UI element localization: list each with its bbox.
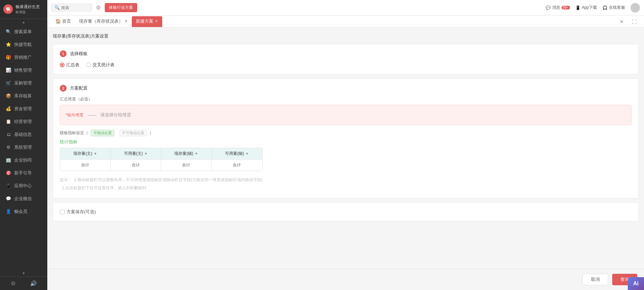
speaker-btn[interactable]: 🔊: [30, 280, 37, 287]
tips-area: 提示： 1.拖动标题栏可以调整布局，不可跨维度或指标区域拖动栏目字段(只能在同一…: [60, 176, 631, 192]
stats-header-cell-2[interactable]: 现存量(辅) ▼: [161, 148, 212, 159]
search-box[interactable]: 🔍: [51, 4, 92, 11]
sidebar-item-label: 基础信息: [14, 131, 32, 138]
save-checkbox[interactable]: [60, 210, 65, 214]
stats-header-cell-1[interactable]: 可用量(主) ▼: [111, 148, 162, 159]
save-option-label: 方案保存(可选): [67, 209, 96, 215]
stats-col-label-1: 可用量(主): [124, 151, 143, 156]
tab-home[interactable]: 🏠 首页: [51, 16, 75, 27]
stats-data-cell-1: 合计: [111, 160, 162, 171]
dimension-placeholder: 请选择分组维度: [100, 112, 131, 118]
window-close-icon[interactable]: ✕: [616, 17, 627, 26]
basic-info-icon: 🗂: [5, 131, 11, 138]
user-avatar[interactable]: [630, 3, 640, 13]
app-download-label: App下载: [582, 5, 597, 10]
tip1-text: 1.拖动标题栏可以调整布局，不可跨维度或指标区域拖动栏目字段(只能在同一维度或指…: [74, 176, 263, 184]
tab-inventory-close-icon[interactable]: ✕: [124, 19, 128, 24]
sidebar-item-label: 企业协同: [14, 157, 32, 163]
quick-nav-icon: ⭐: [5, 42, 11, 48]
sidebar-item-inventory[interactable]: 📦 库存核算: [0, 90, 47, 102]
col-dropdown-icon-3[interactable]: ▼: [245, 152, 249, 155]
step2-badge: 2: [60, 85, 67, 92]
app-download-btn[interactable]: 📱 App下载: [575, 5, 597, 10]
marketing-icon: 🎁: [5, 54, 11, 61]
online-service-btn[interactable]: 🎧 在线客服: [602, 5, 625, 10]
sidebar-item-basic-info[interactable]: 🗂 基础信息: [0, 128, 47, 141]
radio-cross[interactable]: 交叉统计表: [86, 62, 115, 68]
sidebar-item-app-center[interactable]: 📱 应用中心: [0, 179, 47, 192]
sidebar-scroll-down[interactable]: ▼: [0, 270, 47, 276]
stats-header-cell-3[interactable]: 可用量(辅) ▼: [212, 148, 263, 159]
message-badge: 99+: [562, 6, 570, 9]
col-dropdown-icon-0[interactable]: ▼: [94, 152, 97, 155]
sidebar-item-label: 采购管理: [14, 80, 32, 86]
headset-icon: 🎧: [602, 5, 608, 10]
footer: 取消 查询: [47, 269, 644, 290]
step2-title: 方案配置: [70, 85, 88, 91]
tab-home-label: 首页: [62, 18, 71, 24]
search-input[interactable]: [61, 5, 88, 10]
sidebar-item-wechat[interactable]: 💬 企业微信: [0, 192, 47, 205]
topbar-gear-icon[interactable]: ⚙: [96, 4, 101, 11]
tab-inventory-status-label: 现存量（库存状况表）: [79, 18, 123, 24]
sidebar-logo: 畅 畅康通好生意 标准版: [0, 0, 47, 19]
stats-section-label: 统计指标: [60, 139, 631, 145]
draggable-badge: 可拖动位置: [91, 130, 114, 136]
online-service-label: 在线客服: [609, 5, 625, 10]
tip2-text: 2.点击标题栏下拉可设置排序、插入列和删除列: [62, 184, 146, 192]
sidebar-scroll-up[interactable]: ▲: [0, 19, 47, 25]
sidebar-item-label: 新手引导: [14, 170, 32, 176]
dimension-row: *纵向维度 —— 请选择分组维度: [66, 112, 626, 118]
sidebar-item-operations[interactable]: 📋 经营管理: [0, 115, 47, 128]
step1-header: 1 选择模板: [60, 50, 631, 57]
sidebar-item-newbie[interactable]: 🎯 新手引导: [0, 167, 47, 179]
radio-summary[interactable]: 汇总表: [60, 62, 79, 68]
required-star: *纵向维度: [66, 112, 83, 118]
sidebar-item-label: 快捷导航: [14, 42, 32, 48]
cancel-button[interactable]: 取消: [583, 274, 608, 285]
sidebar-item-finance[interactable]: 💰 资金管理: [0, 102, 47, 115]
sidebar-item-enterprise[interactable]: 🏢 企业协同: [0, 154, 47, 167]
sidebar-item-label: 企业微信: [14, 196, 32, 202]
metrics-indicator-label: 模板指标设定（ 可拖动位置 不可拖动位置 ）: [60, 130, 631, 136]
col-dropdown-icon-1[interactable]: ▼: [144, 152, 148, 155]
main-content: 🔍 ⚙ 体验行业方案 💬 消息 99+ 📱 App下载 🎧 在线客服 🏠: [47, 0, 644, 290]
dimension-box[interactable]: *纵向维度 —— 请选择分组维度: [60, 105, 631, 125]
tab-new-scheme-close-icon[interactable]: ✕: [155, 19, 158, 24]
message-icon: 💬: [546, 5, 551, 10]
app-name: 畅康通好生意: [16, 4, 40, 10]
tab-bar: 🏠 首页 现存量（库存状况表） ✕ 新建方案 ✕ ✕ ⛶: [47, 16, 644, 28]
stats-col-label-3: 可用量(辅): [225, 151, 244, 156]
app-logo-icon: 畅: [3, 4, 13, 14]
step1-badge: 1: [60, 50, 67, 57]
save-option-card: 方案保存(可选): [53, 202, 639, 221]
sidebar-item-member[interactable]: 👤 畅会员: [0, 205, 47, 218]
stats-data-cell-3: 合计: [212, 160, 263, 171]
sidebar-item-quick-nav[interactable]: ⭐ 快捷导航: [0, 38, 47, 51]
wechat-icon: 💬: [5, 196, 11, 202]
window-expand-icon[interactable]: ⛶: [628, 17, 640, 26]
sidebar-item-marketing[interactable]: 🎁 营销推广: [0, 51, 47, 64]
stats-header-cell-0[interactable]: 现存量(主) ▼: [60, 148, 111, 159]
sidebar-item-search-menu[interactable]: 🔍 搜索菜单: [0, 25, 47, 38]
sidebar-item-purchase[interactable]: 🛒 采购管理: [0, 77, 47, 90]
settings-btn[interactable]: ⚙: [11, 280, 16, 287]
tab-inventory-status[interactable]: 现存量（库存状况表） ✕: [75, 16, 132, 27]
sidebar-item-label: 应用中心: [14, 183, 32, 189]
app-version: 标准版: [16, 10, 40, 15]
stats-col-label-0: 现存量(主): [73, 151, 92, 156]
col-dropdown-icon-2[interactable]: ▼: [195, 152, 198, 155]
step1-title: 选择模板: [70, 51, 88, 57]
purchase-icon: 🛒: [5, 80, 11, 86]
tab-new-scheme[interactable]: 新建方案 ✕: [132, 16, 162, 27]
sidebar-item-sales[interactable]: 📊 销售管理: [0, 64, 47, 77]
sidebar-item-label: 搜索菜单: [14, 29, 32, 35]
metrics-label-text: 模板指标设定（: [60, 130, 88, 136]
trial-button[interactable]: 体验行业方案: [105, 3, 137, 12]
sidebar-item-system[interactable]: ⚙ 系统管理: [0, 141, 47, 154]
ai-float-button[interactable]: Ai: [628, 277, 644, 290]
sidebar-bottom: ⚙ 🔊: [0, 276, 47, 290]
save-option: 方案保存(可选): [60, 209, 631, 215]
message-btn[interactable]: 💬 消息 99+: [546, 5, 570, 10]
stats-header-row: 现存量(主) ▼ 可用量(主) ▼ 现存量(辅) ▼ 可用量(辅) ▼: [60, 148, 262, 159]
